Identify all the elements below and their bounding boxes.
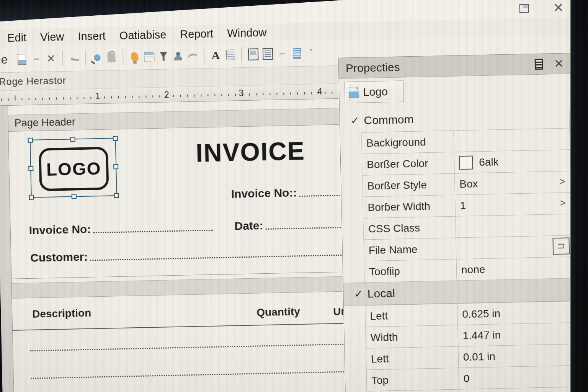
properties-titlebar[interactable]: Propecties ✕: [338, 53, 572, 79]
image-frame-icon[interactable]: [246, 46, 261, 64]
chevron-right-icon[interactable]: >: [559, 176, 565, 187]
maximize-button[interactable]: [517, 2, 531, 15]
date-field[interactable]: Date:: [234, 214, 346, 233]
group-label: Local: [368, 287, 395, 300]
menu-item-window[interactable]: Window: [227, 26, 267, 39]
resize-handle-w[interactable]: [28, 166, 33, 171]
ruler-tick: [214, 94, 215, 96]
chevron-right-icon[interactable]: >: [560, 197, 566, 208]
resize-handle-sw[interactable]: [29, 195, 34, 200]
toolbar-separator: [85, 50, 86, 65]
undo-icon[interactable]: [67, 49, 82, 67]
property-row: CSS Class: [363, 214, 572, 239]
window-close-button[interactable]: ✕: [552, 1, 565, 14]
file-menu-label[interactable]: ile: [0, 52, 11, 67]
design-canvas[interactable]: Page Header LOGO INVOICE Invoice No::: [8, 99, 350, 392]
menu-item-insert[interactable]: Insert: [78, 29, 106, 43]
customer-field[interactable]: Customer:: [30, 242, 346, 265]
toolbar-separator: [241, 47, 242, 62]
panel-close-button[interactable]: ✕: [554, 57, 564, 71]
ruler-tick: [132, 96, 132, 98]
invoice-title[interactable]: INVOICE: [196, 136, 305, 168]
description-column-header[interactable]: Description: [32, 307, 91, 320]
ruler-tick: [263, 93, 263, 95]
property-value-text: 0.625 in: [462, 307, 500, 320]
resize-handle-s[interactable]: [71, 194, 76, 199]
text-frame-icon[interactable]: [260, 45, 275, 63]
invoice-no-field[interactable]: Invoice No:: [29, 217, 213, 237]
font-icon[interactable]: A: [208, 46, 223, 64]
menu-item-report[interactable]: Report: [180, 27, 214, 41]
ruler-tick: [21, 98, 22, 100]
resize-handle-e[interactable]: [113, 164, 118, 169]
check-icon: ✓: [354, 288, 363, 300]
user-icon[interactable]: [171, 47, 186, 65]
dash-icon[interactable]: −: [275, 45, 290, 63]
maximize-icon: [519, 4, 529, 13]
close-icon: ✕: [553, 0, 564, 15]
resize-handle-se[interactable]: [114, 193, 119, 198]
property-value[interactable]: 0: [458, 366, 575, 389]
property-value[interactable]: Box>: [454, 171, 571, 194]
resize-handle-n[interactable]: [70, 137, 75, 142]
property-value[interactable]: 1>: [455, 193, 571, 216]
filter-icon[interactable]: [156, 47, 171, 65]
property-value[interactable]: [453, 128, 570, 152]
property-row: Width1.447 in: [365, 322, 574, 348]
date-label: Date:: [234, 219, 263, 233]
table-icon[interactable]: [142, 47, 157, 65]
property-value[interactable]: 0.625 in: [457, 301, 573, 325]
invoice-no-label: Invoice No:: [29, 223, 91, 237]
menu-item-oatiabise[interactable]: Oatiabise: [119, 28, 167, 42]
close-icon[interactable]: ✕: [44, 50, 59, 68]
monitor-photo: ✕ EditViewInsertOatiabiseReportWindow il…: [0, 0, 588, 392]
property-value[interactable]: [455, 214, 572, 237]
tick-icon[interactable]: `: [304, 44, 319, 62]
property-label: Toofiip: [364, 260, 457, 283]
page-header-band[interactable]: Page Header: [8, 108, 343, 132]
property-value[interactable]: [456, 235, 572, 259]
property-value[interactable]: 0.01 in: [458, 344, 574, 368]
selected-object-label: Logo: [363, 85, 388, 98]
selected-object-button[interactable]: Logo: [345, 80, 404, 103]
property-row: Lett0.625 in: [365, 301, 573, 327]
detail-band[interactable]: [12, 276, 347, 299]
group-label: Commom: [364, 113, 414, 127]
logo-placeholder[interactable]: LOGO: [39, 147, 109, 191]
highlighter-icon[interactable]: [127, 48, 142, 66]
ruler-tick: [90, 96, 91, 99]
resize-handle-ne[interactable]: [113, 136, 118, 141]
invoice-no-top-field[interactable]: Invoice No::: [231, 182, 345, 201]
properties-title: Propecties: [339, 60, 400, 75]
color-swatch[interactable]: [459, 155, 473, 170]
ruler-tick: [125, 96, 126, 98]
resize-handle-nw[interactable]: [28, 138, 33, 143]
property-value[interactable]: none: [456, 257, 572, 280]
file-browse-button[interactable]: [552, 237, 570, 255]
property-value-text: 6alk: [479, 156, 499, 168]
new-report-icon[interactable]: [289, 44, 304, 62]
property-value[interactable]: 6alk: [454, 150, 570, 173]
properties-panel: Propecties ✕ Logo ✓CommomBackigroundBorß…: [338, 53, 579, 392]
ruler-tick: [145, 95, 146, 98]
ruler-number: 3: [238, 88, 244, 98]
ruler-tick: [159, 95, 160, 98]
menu-item-view[interactable]: View: [40, 30, 64, 43]
quantity-column-header[interactable]: Quantity: [256, 305, 300, 318]
report-tab[interactable]: Roge Herastor: [0, 75, 66, 87]
band-label: Page Header: [8, 116, 75, 129]
property-row: Borɓer Width1>: [363, 192, 571, 218]
ruler-tick: [228, 94, 229, 96]
ruler-number: 4: [317, 86, 322, 97]
zoom-icon[interactable]: [90, 49, 105, 67]
ruler-tick: [235, 94, 236, 96]
logo-element-selection[interactable]: LOGO: [30, 138, 117, 198]
wing-icon[interactable]: [185, 47, 200, 65]
paste-icon[interactable]: [104, 48, 119, 66]
menu-item-edit[interactable]: Edit: [7, 31, 27, 44]
report-icon[interactable]: [223, 46, 238, 64]
minus-icon[interactable]: −: [29, 50, 44, 68]
dock-icon[interactable]: [535, 59, 544, 70]
file-icon[interactable]: [15, 50, 29, 68]
property-value[interactable]: 1.447 in: [457, 323, 574, 346]
